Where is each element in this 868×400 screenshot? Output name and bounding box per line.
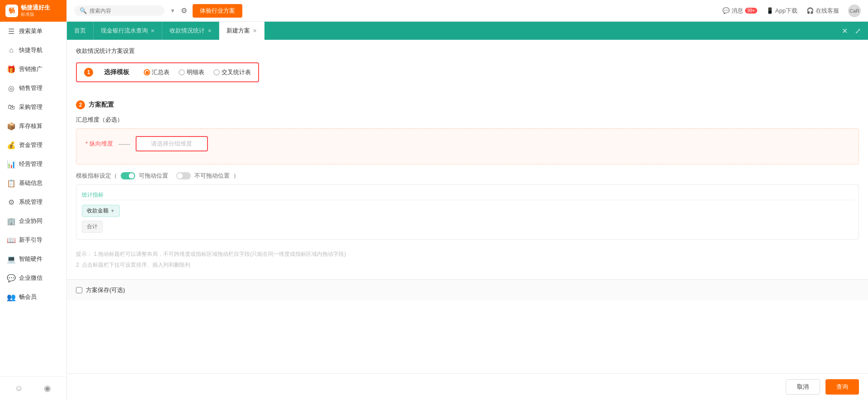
sidebar-item-member[interactable]: 👥 畅会员 [0,287,66,306]
sidebar-item-label: 畅会员 [19,293,37,301]
sidebar-item-purchase[interactable]: 🛍 采购管理 [0,98,66,117]
sidebar-bottom-icon2[interactable]: ◉ [40,381,55,395]
cannot-drag-toggle-track [176,172,191,179]
sidebar-item-enterprise[interactable]: 🏢 企业协同 [0,212,66,231]
footer-bar: 取消 查询 [67,373,868,400]
user-avatar[interactable]: CaR [848,5,861,17]
sidebar-item-quick-nav[interactable]: ⌂ 快捷导航 [0,41,66,60]
save-checkbox[interactable] [76,287,82,293]
topbar: 🔍 ▼ ⚙ 体验行业方案 💬 消息 99+ 📱 App下载 🎧 在线客服 CaR [67,0,868,22]
sidebar-item-label: 智能硬件 [19,255,42,263]
app-download-button[interactable]: 📱 App下载 [766,7,797,15]
cancel-button[interactable]: 取消 [786,379,820,395]
sidebar-item-operation[interactable]: 📊 经营管理 [0,155,66,174]
indicator-tag-receipt[interactable]: 收款金额 ▼ [82,205,120,217]
sidebar-bottom: ☺ ◉ [0,376,66,400]
indicator-tag-area: 统计指标 收款金额 ▼ 合计 [76,184,859,240]
main-content: 🔍 ▼ ⚙ 体验行业方案 💬 消息 99+ 📱 App下载 🎧 在线客服 CaR [67,0,868,400]
tab-receipt-stats-close-icon[interactable]: ✕ [208,28,212,34]
step2-header: 2 方案配置 [76,100,859,109]
tab-bank-flow[interactable]: 现金银行流水查询 ✕ [94,22,162,40]
quick-nav-icon: ⌂ [7,46,15,54]
sidebar-item-search-menu[interactable]: ☰ 搜索菜单 [0,22,66,41]
operation-icon: 📊 [7,160,15,168]
tab-expand-icon[interactable]: ⤢ [853,25,863,37]
step1-section: 1 选择模板 汇总表 明细表 交叉统计表 [76,62,859,91]
tab-receipt-stats[interactable]: 收款情况统计 ✕ [162,22,219,40]
tab-new-plan-close-icon[interactable]: ✕ [253,28,257,34]
step1-row: 1 选择模板 汇总表 明细表 交叉统计表 [76,62,259,82]
sidebar-bottom-icon1[interactable]: ☺ [12,381,26,395]
dimension-select-box[interactable]: 请选择分组维度 [136,136,208,151]
hardware-icon: 💻 [7,255,15,263]
save-section: 方案保存(可选) [67,279,868,301]
dimension-arrow: —— [118,141,130,147]
settings-gear-icon[interactable]: ⚙ [181,6,187,15]
tabbar: 首页 现金银行流水查询 ✕ 收款情况统计 ✕ 新建方案 ✕ ✕ ⤢ [67,22,868,40]
sidebar-item-hardware[interactable]: 💻 智能硬件 [0,249,66,268]
cannot-drag-label: 不可拖动位置 [194,172,230,180]
sidebar-item-label: 经营管理 [19,160,42,168]
indicator-label-row: 模板指标设定（ 可拖动位置 不可拖动位置 [76,172,859,180]
wechat-icon: 💬 [7,274,15,282]
sidebar-item-label: 营销推广 [19,65,42,73]
sidebar-item-wechat[interactable]: 💬 企业微信 [0,268,66,287]
logo-icon: 畅 [5,5,18,17]
indicator-label-prefix: 模板指标设定（ [76,172,117,180]
sidebar-item-finance[interactable]: 💰 资金管理 [0,136,66,155]
step2-label: 方案配置 [89,101,114,109]
message-button[interactable]: 💬 消息 99+ [722,7,757,15]
sidebar-item-sales[interactable]: ◎ 销售管理 [0,79,66,98]
dimension-label: 汇总维度（必选） [76,116,859,124]
sidebar-item-label: 企业微信 [19,274,42,282]
can-drag-toggle-thumb [129,173,134,179]
sales-icon: ◎ [7,84,15,92]
online-service-button[interactable]: 🎧 在线客服 [807,7,839,15]
sidebar-item-label: 采购管理 [19,103,42,111]
radio-summary[interactable]: 汇总表 [144,68,170,76]
indicator-tag-label: 收款金额 [87,207,108,215]
content-area: 收款情况统计方案设置 1 选择模板 汇总表 明细表 [67,40,868,400]
sidebar-item-basic-info[interactable]: 📋 基础信息 [0,174,66,193]
system-icon: ⚙ [7,198,15,206]
radio-detail[interactable]: 明细表 [179,68,204,76]
sidebar-item-label: 库存核算 [19,122,42,130]
tab-bank-flow-close-icon[interactable]: ✕ [151,28,155,34]
inventory-icon: 📦 [7,122,15,130]
sidebar-item-marketing[interactable]: 🎁 营销推广 [0,60,66,79]
indicator-sub-tag-label: 合计 [87,223,98,230]
purchase-icon: 🛍 [7,103,15,111]
search-bar[interactable]: 🔍 [74,5,165,16]
sidebar-item-guide[interactable]: 📖 新手引导 [0,231,66,249]
can-drag-toggle[interactable] [121,172,135,179]
tab-close-all-icon[interactable]: ✕ [840,25,849,37]
topbar-right: 💬 消息 99+ 📱 App下载 🎧 在线客服 CaR [722,5,861,17]
cannot-drag-toggle[interactable] [176,172,191,179]
tip-line2: 2. 点击标题栏下拉可设置排序、插入列和删除列 [76,259,859,270]
dimension-area: * 纵向维度 —— 请选择分组维度 [76,128,859,165]
can-drag-label: 可拖动位置 [139,172,168,180]
tab-home[interactable]: 首页 [67,22,94,40]
radio-cross[interactable]: 交叉统计表 [213,68,251,76]
search-menu-icon: ☰ [7,27,15,35]
sidebar-item-inventory[interactable]: 📦 库存核算 [0,117,66,136]
template-radio-group: 汇总表 明细表 交叉统计表 [144,68,251,76]
radio-cross-circle [213,69,220,75]
dimension-section: 汇总维度（必选） * 纵向维度 —— 请选择分组维度 [76,116,859,165]
app-download-icon: 📱 [766,7,774,14]
indicator-sub-tag-total[interactable]: 合计 [82,221,103,233]
sidebar-item-system[interactable]: ⚙ 系统管理 [0,193,66,212]
tab-home-label: 首页 [74,27,86,35]
trial-industry-button[interactable]: 体验行业方案 [193,4,242,18]
indicator-label-suffix: ） [233,172,239,180]
sidebar-item-label: 新手引导 [19,236,42,244]
dimension-select-placeholder: 请选择分组维度 [151,140,192,147]
dropdown-chevron-icon[interactable]: ▼ [170,8,175,14]
basic-info-icon: 📋 [7,179,15,187]
tabbar-actions: ✕ ⤢ [840,25,868,37]
tab-new-plan-label: 新建方案 [226,27,250,35]
finance-icon: 💰 [7,141,15,149]
query-button[interactable]: 查询 [826,379,859,395]
search-input[interactable] [90,8,153,14]
tab-new-plan[interactable]: 新建方案 ✕ [219,22,264,40]
